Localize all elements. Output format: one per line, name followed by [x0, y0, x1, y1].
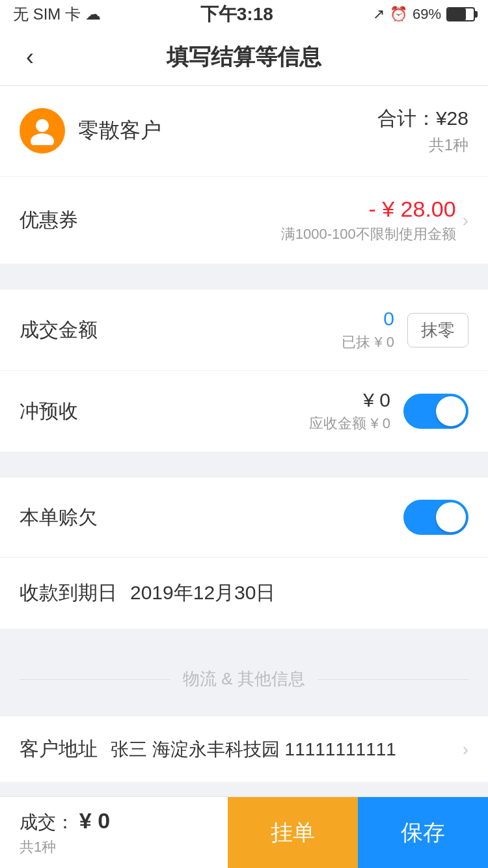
logistics-header: 物流 & 其他信息	[0, 655, 488, 703]
already-rounded: 已抹 ¥ 0	[342, 332, 394, 352]
save-button[interactable]: 保存	[358, 797, 488, 869]
address-label: 客户地址	[20, 736, 98, 763]
user-avatar-icon	[28, 116, 57, 145]
transaction-amount-row: 成交金额 0 已抹 ¥ 0 抹零	[0, 290, 488, 371]
round-zero-button[interactable]: 抹零	[407, 313, 468, 347]
total-count: 共1种	[377, 135, 468, 156]
coupon-row[interactable]: 优惠券 - ¥ 28.00 满1000-100不限制使用金额 ›	[0, 176, 488, 264]
page-title: 填写结算等信息	[167, 42, 321, 72]
total-amount: 合计：¥28	[377, 105, 468, 132]
due-date-label: 收款到期日	[20, 580, 117, 606]
back-button[interactable]: ‹	[20, 37, 40, 77]
bottom-deal-label: 成交：	[20, 812, 74, 832]
debt-row: 本单赊欠	[0, 478, 488, 558]
transaction-amount-label: 成交金额	[20, 317, 98, 344]
section-divider-3	[0, 642, 488, 655]
main-content: 零散客户 合计：¥28 共1种 优惠券 - ¥ 28.00 满1000-100不…	[0, 86, 488, 868]
location-icon: ↗	[373, 6, 385, 23]
debt-section: 本单赊欠 收款到期日 2019年12月30日	[0, 478, 488, 629]
prepay-row: 冲预收 ¥ 0 应收金额 ¥ 0	[0, 371, 488, 452]
status-time: 下午3:18	[200, 2, 273, 27]
transaction-amount-right: 0 已抹 ¥ 0 抹零	[342, 308, 468, 352]
signal-text: 无 SIM 卡 ☁	[13, 4, 101, 25]
address-section: 客户地址 张三 海淀永丰科技园 11111111111 ›	[0, 716, 488, 782]
coupon-desc: 满1000-100不限制使用金额	[281, 224, 456, 244]
svg-point-0	[36, 119, 49, 132]
bottom-count: 共1种	[20, 837, 208, 857]
customer-card: 零散客户 合计：¥28 共1种 优惠券 - ¥ 28.00 满1000-100不…	[0, 86, 488, 264]
status-right: ↗ ⏰ 69%	[373, 6, 475, 23]
address-chevron-icon: ›	[463, 739, 468, 760]
prepay-toggle[interactable]	[403, 394, 468, 429]
due-date-value: 2019年12月30日	[130, 580, 275, 606]
status-bar: 无 SIM 卡 ☁ 下午3:18 ↗ ⏰ 69%	[0, 0, 488, 29]
customer-left: 零散客户	[20, 108, 161, 154]
debt-toggle-thumb	[436, 502, 466, 532]
svg-point-1	[31, 133, 54, 145]
debt-label: 本单赊欠	[20, 504, 98, 531]
bottom-deal-row: 成交： ¥ 0	[20, 808, 208, 835]
transaction-amount-group: 0 已抹 ¥ 0	[342, 308, 394, 352]
debt-toggle[interactable]	[403, 500, 468, 535]
bottom-bar: 成交： ¥ 0 共1种 挂单 保存	[0, 796, 488, 868]
logistics-title: 物流 & 其他信息	[170, 668, 318, 690]
customer-name: 零散客户	[78, 116, 161, 145]
prepay-right: ¥ 0 应收金额 ¥ 0	[309, 389, 468, 433]
prepay-receivable: 应收金额 ¥ 0	[309, 414, 390, 433]
coupon-amount: - ¥ 28.00	[368, 197, 455, 222]
battery-percent: 69%	[413, 6, 441, 23]
nav-bar: ‹ 填写结算等信息	[0, 29, 488, 86]
toggle-thumb	[436, 396, 466, 426]
customer-summary: 合计：¥28 共1种	[377, 105, 468, 156]
customer-row: 零散客户 合计：¥28 共1种	[0, 86, 488, 175]
prepay-label: 冲预收	[20, 398, 78, 425]
prepay-values: ¥ 0 应收金额 ¥ 0	[309, 389, 390, 433]
address-row[interactable]: 客户地址 张三 海淀永丰科技园 11111111111 ›	[0, 716, 488, 782]
bottom-deal-amount: ¥ 0	[79, 808, 110, 833]
alarm-icon: ⏰	[390, 6, 407, 23]
section-divider-1	[0, 277, 488, 290]
coupon-info: - ¥ 28.00 满1000-100不限制使用金额	[281, 197, 456, 244]
section-divider-4	[0, 703, 488, 716]
avatar	[20, 108, 65, 154]
coupon-label: 优惠券	[20, 207, 78, 234]
bottom-deal-info: 成交： ¥ 0 共1种	[0, 808, 228, 857]
address-value: 张三 海淀永丰科技园 11111111111	[111, 737, 396, 762]
battery-icon	[446, 7, 475, 21]
status-left: 无 SIM 卡 ☁	[13, 4, 101, 25]
pending-button[interactable]: 挂单	[228, 797, 358, 869]
coupon-right: - ¥ 28.00 满1000-100不限制使用金额 ›	[281, 197, 468, 244]
chevron-right-icon: ›	[463, 210, 468, 231]
section-divider-2	[0, 465, 488, 478]
transaction-amount-value: 0	[342, 308, 394, 330]
prepay-amount: ¥ 0	[309, 389, 390, 411]
transaction-section: 成交金额 0 已抹 ¥ 0 抹零 冲预收 ¥ 0 应收金额 ¥ 0	[0, 290, 488, 452]
due-date-row: 收款到期日 2019年12月30日	[0, 558, 488, 629]
address-left: 客户地址 张三 海淀永丰科技园 11111111111	[20, 736, 396, 763]
